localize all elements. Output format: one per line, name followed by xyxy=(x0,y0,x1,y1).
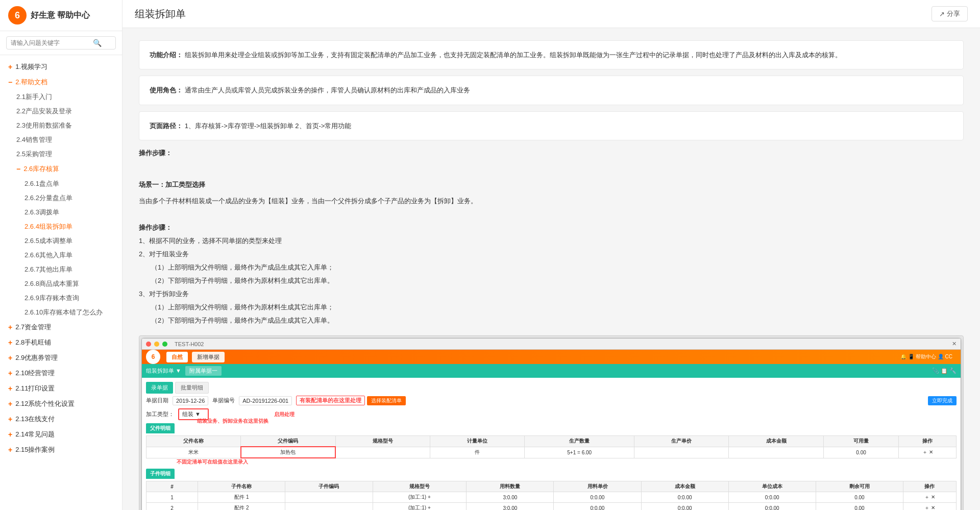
mock-th-ops: 操作 xyxy=(899,436,957,447)
annotation-input: 不固定清单可在组值在这里录入 xyxy=(177,458,248,466)
mock-logo-icon: 6 xyxy=(152,353,155,360)
sidebar-item-label: 2.13在线支付 xyxy=(15,415,55,424)
mock-td-spec2: (加工:1) + xyxy=(373,503,467,510)
mock-td-spec xyxy=(335,447,430,458)
sidebar-item-docs-262[interactable]: 2.6.2分量盘点单 xyxy=(0,191,122,205)
annotation-assembly-label: 有装配清单的在这里处理 xyxy=(296,396,365,405)
page-title: 组装拆卸单 xyxy=(135,7,186,21)
sidebar-item-docs-215[interactable]: + 2.15操作案例 xyxy=(0,442,122,457)
mock-btn-create[interactable]: 录单据 xyxy=(146,382,173,394)
mock-td-cost1: 0:0.00 xyxy=(641,492,728,503)
sidebar-item-label: 2.15操作案例 xyxy=(15,445,55,454)
sidebar-item-docs-266[interactable]: 2.6.6其他入库单 xyxy=(0,248,122,262)
sidebar-item-docs-264[interactable]: 2.6.4组装拆卸单 xyxy=(0,220,122,234)
mock-th-child-qty: 用料数量 xyxy=(467,481,554,492)
sidebar-item-docs-27[interactable]: + 2.7资金管理 xyxy=(0,320,122,335)
sidebar-item-docs-213[interactable]: + 2.13在线支付 xyxy=(0,411,122,427)
mock-child-table-header: 子件明细 xyxy=(146,469,175,479)
mock-date-value[interactable]: 2019-12-26 xyxy=(173,396,208,405)
mock-billno-value[interactable]: AD-20191226-001 xyxy=(239,396,292,405)
mock-td-qty1: 3:0.00 xyxy=(467,492,554,503)
sidebar: 6 好生意 帮助中心 🔍 + 1.视频学习 − 2.帮助文档 2.1新手入门 2… xyxy=(0,0,122,510)
mock-parent-table-header: 父件明细 xyxy=(146,423,175,433)
sidebar-item-label: 2.8手机旺铺 xyxy=(15,338,51,347)
sidebar-item-docs-210[interactable]: + 2.10经营管理 xyxy=(0,366,122,381)
top-bar: 组装拆卸单 ↗ 分享 xyxy=(122,0,980,28)
mock-select-assembly-btn[interactable]: 选择装配清单 xyxy=(367,396,406,405)
mock-upper-table-container: 父件明细 父件名称 父件编码 规格型号 计量单位 生产数量 生产单价 xyxy=(146,423,957,458)
operations-title: 操作步骤： xyxy=(139,224,172,231)
step-1: 1、根据不同的业务，选择不同单据的类型来处理 xyxy=(139,234,964,248)
operations-label: 操作步骤： xyxy=(139,149,172,157)
content-area: 功能介绍： 组装拆卸单用来处理企业组装或拆卸等加工业务，支持有固定装配清单的产品… xyxy=(122,28,980,510)
mock-type-label: 加工类型： xyxy=(146,410,174,418)
mock-btn-detail[interactable]: 批量明细 xyxy=(175,382,209,394)
step-3-1: （1）上部明细为父件明细，最终作为原材料生成其它出库单； xyxy=(139,301,964,314)
minus-icon-26: − xyxy=(16,165,20,173)
mock-title: TEST-H002 xyxy=(175,341,204,347)
mock-td-parent-code: 加热包 xyxy=(241,447,335,458)
mock-td-name2: 配件 2 xyxy=(198,503,285,510)
sidebar-item-docs-211[interactable]: + 2.11打印设置 xyxy=(0,381,122,396)
sidebar-item-docs-28[interactable]: + 2.8手机旺铺 xyxy=(0,335,122,350)
step-2-2: （2）下部明细为子件明细，最终作为原材料生成其它出库单。 xyxy=(139,274,964,287)
step-3: 3、对于拆卸业务 xyxy=(139,287,964,301)
mock-child-table: # 子件名称 子件编码 规格型号 用料数量 用料单价 成本金额 单位成本 剩余可… xyxy=(146,481,957,510)
mock-confirm-btn[interactable]: 立即完成 xyxy=(928,396,957,405)
mock-td-ops1: ＋ ✕ xyxy=(903,492,956,503)
mock-action-btn: 附属单据一 xyxy=(185,366,222,376)
sidebar-item-docs-22[interactable]: 2.2产品安装及登录 xyxy=(0,104,122,118)
sidebar-item-docs-267[interactable]: 2.6.7其他出库单 xyxy=(0,262,122,277)
sidebar-header: 6 好生意 帮助中心 xyxy=(0,0,122,31)
sidebar-item-docs-26[interactable]: − 2.6库存核算 xyxy=(0,161,122,177)
step-content: 操作步骤： 场景一：加工类型选择 当由多个子件材料组装成一个成品的业务为【组装】… xyxy=(139,147,964,327)
sidebar-item-docs-269[interactable]: 2.6.9库存账本查询 xyxy=(0,291,122,305)
mock-td-ops: ＋ ✕ xyxy=(899,447,957,458)
sidebar-item-docs-214[interactable]: + 2.14常见问题 xyxy=(0,427,122,442)
sidebar-item-label: 2.9优惠券管理 xyxy=(15,353,58,362)
sidebar-item-docs-29[interactable]: + 2.9优惠券管理 xyxy=(0,350,122,366)
sidebar-item-docs-265[interactable]: 2.6.5成本调整单 xyxy=(0,234,122,248)
mock-td-qty: 5+1 = 6.00 xyxy=(525,447,634,458)
mock-doc-type: 组装拆卸单 ▼ xyxy=(146,367,181,375)
mock-th-child-spec: 规格型号 xyxy=(373,481,467,492)
mock-tab-new[interactable]: 新增单据 xyxy=(192,352,225,362)
sidebar-item-docs-263[interactable]: 2.6.3调拨单 xyxy=(0,205,122,220)
share-button[interactable]: ↗ 分享 xyxy=(932,6,968,21)
mock-th-child-name: 子件名称 xyxy=(198,481,285,492)
sidebar-item-label: 2.12系统个性化设置 xyxy=(15,399,75,408)
mock-td-no2: 2 xyxy=(146,503,198,510)
sidebar-item-label: 2.11打印设置 xyxy=(15,384,55,393)
mock-td-ops2: ＋ ✕ xyxy=(903,503,956,510)
sidebar-item-docs-21[interactable]: 2.1新手入门 xyxy=(0,90,122,104)
share-icon: ↗ xyxy=(939,10,945,18)
sidebar-item-docs-23[interactable]: 2.3使用前数据准备 xyxy=(0,118,122,133)
mock-th-parent-code: 父件编码 xyxy=(241,436,335,447)
sidebar-item-docs-268[interactable]: 2.6.8商品成本重算 xyxy=(0,277,122,291)
plus-icon-210: + xyxy=(8,369,12,377)
sidebar-item-docs-261[interactable]: 2.6.1盘点单 xyxy=(0,177,122,191)
mock-th-child-no: # xyxy=(146,481,198,492)
sidebar-item-docs-25[interactable]: 2.5采购管理 xyxy=(0,147,122,161)
logo-icon: 6 xyxy=(8,6,27,25)
mock-th-qty: 生产数量 xyxy=(525,436,634,447)
mock-td-cost2: 0:0.00 xyxy=(641,503,728,510)
sidebar-item-label: 2.帮助文档 xyxy=(15,78,47,87)
search-button[interactable]: 🔍 xyxy=(93,39,102,47)
screenshot-container: TEST-H002 ✕ 6 自然 新增单据 🔔 📱 帮助中心 👤 CC xyxy=(139,335,964,510)
sidebar-item-docs[interactable]: − 2.帮助文档 xyxy=(0,75,122,90)
sidebar-item-docs-2610[interactable]: 2.6.10库存账本错了怎么办 xyxy=(0,305,122,320)
mock-close-icon: ✕ xyxy=(952,341,957,347)
sidebar-item-video[interactable]: + 1.视频学习 xyxy=(0,59,122,75)
sidebar-item-docs-24[interactable]: 2.4销售管理 xyxy=(0,133,122,147)
mock-date-label: 单据日期 xyxy=(146,397,168,404)
mock-toolbar-icons: 📎 📋 🔧 xyxy=(932,368,957,374)
mock-tab-home[interactable]: 自然 xyxy=(166,352,188,362)
sidebar-item-label: 2.14常见问题 xyxy=(15,430,55,439)
sidebar-item-docs-212[interactable]: + 2.12系统个性化设置 xyxy=(0,396,122,411)
mock-th-child-code: 子件编码 xyxy=(285,481,373,492)
intro-block: 功能介绍： 组装拆卸单用来处理企业组装或拆卸等加工业务，支持有固定装配清单的产品… xyxy=(139,40,964,69)
step-3-2: （2）下部明细为子件明细，最终作为产成品生成其它入库单。 xyxy=(139,314,964,327)
sidebar-item-label: 1.视频学习 xyxy=(15,62,47,71)
mock-th-child-unit-cost: 用料单价 xyxy=(554,481,641,492)
